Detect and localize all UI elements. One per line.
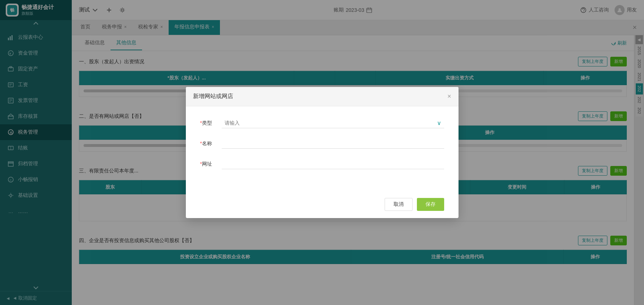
url-input[interactable] (222, 159, 444, 169)
form-select-wrapper-type: ∨ (222, 118, 444, 128)
type-input[interactable] (222, 118, 437, 128)
modal-body: *类型 ∨ *名称 *网址 (186, 106, 459, 191)
form-label-url: *网址 (200, 161, 222, 167)
modal-close-btn[interactable]: × (447, 93, 451, 100)
cancel-button[interactable]: 取消 (385, 198, 413, 211)
dropdown-arrow-icon[interactable]: ∨ (437, 120, 444, 126)
modal-footer: 取消 保存 (186, 191, 459, 218)
form-row-url: *网址 (200, 159, 444, 169)
form-label-name: *名称 (200, 140, 222, 147)
modal-overlay[interactable]: 新增网站或网店 × *类型 ∨ *名称 (0, 0, 644, 305)
save-button[interactable]: 保存 (417, 198, 444, 211)
form-row-name: *名称 (200, 138, 444, 149)
required-asterisk: * (200, 120, 202, 126)
form-label-type: *类型 (200, 120, 222, 126)
name-input[interactable] (222, 138, 444, 149)
modal-add-website: 新增网站或网店 × *类型 ∨ *名称 (186, 87, 459, 218)
required-asterisk2: * (200, 140, 202, 146)
required-asterisk3: * (200, 161, 202, 167)
modal-title: 新增网站或网店 (193, 93, 233, 100)
modal-header: 新增网站或网店 × (186, 87, 459, 106)
form-row-type: *类型 ∨ (200, 118, 444, 128)
